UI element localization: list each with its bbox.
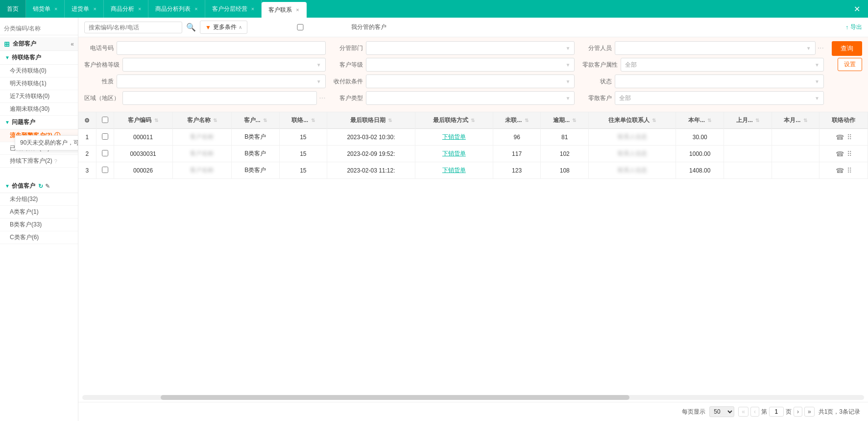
query-button[interactable]: 查询 xyxy=(832,41,862,56)
sidebar-search-input[interactable] xyxy=(4,25,77,32)
col-name-sort-icon[interactable]: ⇅ xyxy=(213,118,217,123)
region-more-icon[interactable]: ··· xyxy=(319,94,325,102)
sidebar-item-class-a[interactable]: A类客户(1) xyxy=(0,206,78,219)
export-button[interactable]: ↑ 导出 xyxy=(845,23,862,31)
phone-input[interactable] xyxy=(117,41,326,55)
search-button[interactable]: 🔍 xyxy=(186,23,196,32)
last-contact-way-link[interactable]: 下销货单 xyxy=(442,133,466,140)
message-icon[interactable]: ☎ xyxy=(836,167,844,174)
payment-select[interactable]: ▼ xyxy=(366,74,575,88)
tab-sales-close[interactable]: × xyxy=(54,6,57,12)
more-icon[interactable]: ⠿ xyxy=(847,167,852,174)
tab-sales[interactable]: 销货单 × xyxy=(26,0,65,18)
col-last-contact-way-sort-icon[interactable]: ⇅ xyxy=(471,118,475,123)
sidebar-group-problem[interactable]: ▼ 问题客户 xyxy=(0,116,78,129)
tab-purchase[interactable]: 进货单 × xyxy=(65,0,103,18)
first-page-button[interactable]: « xyxy=(738,407,748,417)
price-level-select[interactable]: ▼ xyxy=(122,58,326,72)
cell-name: 客户名称 xyxy=(172,162,231,179)
cell-type: B类客户 xyxy=(231,146,279,162)
col-overdue-sort-icon[interactable]: ⇅ xyxy=(572,118,576,123)
col-code-sort-icon[interactable]: ⇅ xyxy=(154,118,158,123)
row-checkbox[interactable] xyxy=(102,133,108,140)
row-checkbox[interactable] xyxy=(102,167,108,173)
table-row: 1 000011 客户名称 B类客户 15 2023-03-02 10:30: … xyxy=(78,129,868,146)
per-page-select[interactable]: 50 100 200 xyxy=(709,406,734,417)
last-contact-way-link[interactable]: 下销货单 xyxy=(442,150,466,157)
col-this-month-sort-icon[interactable]: ⇅ xyxy=(803,118,807,123)
all-customers-header[interactable]: ⊞ 全部客户 « xyxy=(0,37,78,51)
advanced-filter-panel: 电话号码 分管部门 ▼ 分管人员 xyxy=(78,37,868,112)
sidebar-group-value-label: 价值客户 xyxy=(12,182,35,190)
more-icon[interactable]: ⠿ xyxy=(847,133,852,141)
zero-attr-select[interactable]: 全部 ▼ xyxy=(621,58,824,72)
tab-product-list-close[interactable]: × xyxy=(194,6,197,12)
sidebar-group-value[interactable]: ▼ 价值客户 ↻ ✎ xyxy=(0,179,78,193)
last-contact-way-link[interactable]: 下销货单 xyxy=(442,167,466,173)
last-page-button[interactable]: » xyxy=(804,407,815,417)
col-last-contact-date-sort-icon[interactable]: ⇅ xyxy=(388,118,392,123)
edit-icon[interactable]: ✎ xyxy=(45,183,50,190)
customer-type-select[interactable]: ▼ xyxy=(366,91,575,105)
region-input[interactable] xyxy=(122,91,317,105)
tab-product-analysis[interactable]: 商品分析 × xyxy=(104,0,148,18)
cell-type: B类客户 xyxy=(231,162,279,179)
dept-select[interactable]: ▼ xyxy=(366,41,575,55)
tab-purchase-close[interactable]: × xyxy=(93,6,96,12)
message-icon[interactable]: ☎ xyxy=(836,150,844,158)
sidebar-item-declining[interactable]: 持续下滑客户(2) ? xyxy=(0,155,78,168)
my-customers-checkbox-area[interactable]: 我分管的客户 xyxy=(251,23,386,31)
my-customers-checkbox[interactable] xyxy=(251,24,349,30)
col-this-year-sort-icon[interactable]: ⇅ xyxy=(707,118,711,123)
settings-button[interactable]: 设置 xyxy=(838,58,862,71)
sidebar-item-today[interactable]: 今天待联络(0) xyxy=(0,65,78,77)
page-number-input[interactable] xyxy=(769,407,784,417)
nature-select[interactable]: ▼ xyxy=(117,74,326,88)
sidebar-item-tomorrow[interactable]: 明天待联络(1) xyxy=(0,77,78,90)
window-close-button[interactable]: ✕ xyxy=(846,4,868,14)
cell-checkbox[interactable] xyxy=(96,146,114,162)
collapse-icon[interactable]: « xyxy=(71,41,74,48)
tab-product-analysis-close[interactable]: × xyxy=(138,6,141,12)
sidebar-group-problem-label: 问题客户 xyxy=(12,118,35,126)
tab-customer-contact[interactable]: 客户联系 × xyxy=(262,2,306,18)
sidebar-item-class-c[interactable]: C类客户(6) xyxy=(0,231,78,244)
sidebar-item-overdue[interactable]: 逾期未联络(30) xyxy=(0,103,78,116)
refresh-icon[interactable]: ↻ xyxy=(38,183,43,190)
tab-customer-tier[interactable]: 客户分层经营 × xyxy=(205,0,262,18)
tab-customer-contact-close[interactable]: × xyxy=(296,7,299,13)
col-last-month-sort-icon[interactable]: ⇅ xyxy=(755,118,759,123)
zero-customer-select[interactable]: 全部 ▼ xyxy=(615,91,824,105)
row-checkbox[interactable] xyxy=(102,150,108,156)
manager-more-icon[interactable]: ··· xyxy=(818,44,824,52)
scrollbar-thumb[interactable] xyxy=(161,395,630,400)
next-page-button[interactable]: › xyxy=(794,407,802,417)
col-unit-contact-sort-icon[interactable]: ⇅ xyxy=(652,118,656,123)
prev-page-button[interactable]: ‹ xyxy=(750,407,759,417)
tab-customer-tier-close[interactable]: × xyxy=(251,6,254,12)
cell-this-month xyxy=(772,129,820,146)
tab-product-list[interactable]: 商品分析列表 × xyxy=(148,0,205,18)
status-select[interactable]: ▼ xyxy=(615,74,824,88)
sidebar-group-pending[interactable]: ▼ 待联络客户 xyxy=(0,51,78,65)
col-contact-sort-icon[interactable]: ⇅ xyxy=(311,118,315,123)
search-input[interactable] xyxy=(84,22,182,33)
select-all-checkbox[interactable] xyxy=(102,117,108,123)
filter-field-region: 区域（地区） ··· xyxy=(84,91,326,105)
sidebar-item-7days[interactable]: 近7天待联络(0) xyxy=(0,90,78,103)
cell-index: 2 xyxy=(78,146,96,162)
settings-icon[interactable]: ⚙ xyxy=(84,117,90,124)
customer-level-select[interactable]: ▼ xyxy=(366,58,575,72)
tab-home[interactable]: 首页 xyxy=(0,0,26,18)
cell-checkbox[interactable] xyxy=(96,162,114,179)
col-type-sort-icon[interactable]: ⇅ xyxy=(263,118,267,123)
sidebar-item-ungrouped[interactable]: 未分组(32) xyxy=(0,193,78,206)
horizontal-scrollbar[interactable] xyxy=(82,395,864,400)
message-icon[interactable]: ☎ xyxy=(836,133,844,141)
cell-checkbox[interactable] xyxy=(96,129,114,146)
more-conditions-button[interactable]: ▼ 更多条件 ∧ xyxy=(200,21,247,34)
sidebar-item-class-b[interactable]: B类客户(33) xyxy=(0,219,78,231)
more-icon[interactable]: ⠿ xyxy=(847,150,852,158)
manager-select[interactable]: ▼ xyxy=(615,41,815,55)
col-not-contacted-sort-icon[interactable]: ⇅ xyxy=(525,118,529,123)
